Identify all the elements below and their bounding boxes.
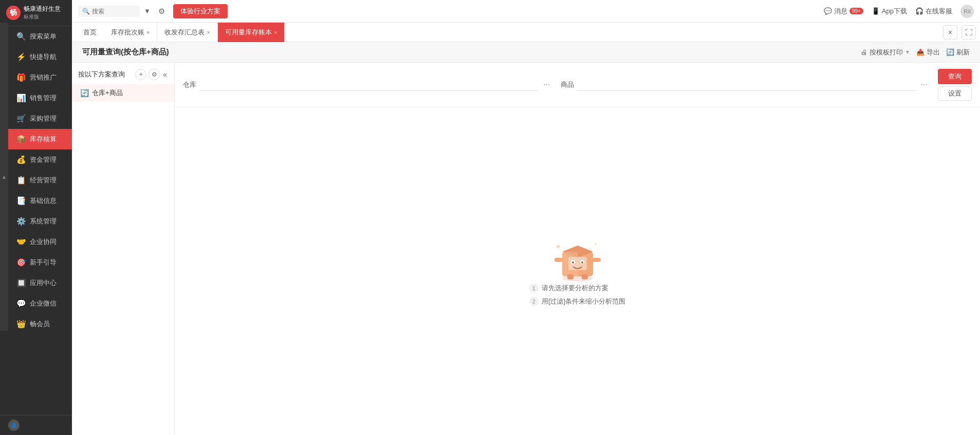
basic-icon: 📑 (16, 196, 26, 205)
dropdown-arrow-icon[interactable]: ▼ (144, 7, 151, 15)
sidebar-item-label: 库存核算 (30, 135, 57, 144)
phone-icon: 📱 (872, 7, 880, 15)
tab-storage-summary[interactable]: 收发存汇总表 × (157, 23, 217, 42)
empty-illustration (552, 236, 603, 277)
sidebar-item-purchase[interactable]: 🛒 采购管理 (8, 108, 72, 129)
sidebar-bottom-user[interactable]: 👤 (0, 415, 72, 435)
sidebar-item-label: 快捷导航 (30, 52, 57, 62)
settings-scheme-icon: ⚙ (152, 71, 157, 78)
svg-point-8 (581, 261, 583, 263)
left-panel-actions: + ⚙ « (135, 69, 168, 80)
page-actions: 🖨 按模板打印 ▼ 📤 导出 🔄 刷新 (861, 48, 970, 57)
message-button[interactable]: 💬 消息 99 (824, 7, 863, 16)
sidebar-item-appcenter[interactable]: 🔲 应用中心 (8, 273, 72, 293)
warehouse-more-icon[interactable]: ··· (541, 80, 552, 89)
svg-point-14 (595, 243, 597, 245)
right-panel: 仓库 ··· 商品 ··· 查询 设置 (175, 63, 980, 435)
sidebar-item-member[interactable]: 👑 畅会员 (8, 314, 72, 334)
tip-number-1: 1 (529, 283, 539, 293)
search-nav-icon: 🔍 (16, 32, 26, 41)
scheme-item-warehouse-product[interactable]: 🔄 仓库+商品 (72, 84, 174, 102)
left-panel: 按以下方案查询 + ⚙ « 🔄 仓库+商品 (72, 63, 175, 435)
add-scheme-button[interactable]: + (135, 69, 146, 80)
query-button[interactable]: 查询 (938, 69, 972, 84)
trial-industry-button[interactable]: 体验行业方案 (173, 4, 228, 18)
left-panel-title: 按以下方案查询 (78, 70, 125, 79)
close-tab-button[interactable]: × (943, 25, 957, 40)
product-more-icon[interactable]: ··· (919, 80, 930, 89)
sidebar-item-wechat[interactable]: 💬 企业微信 (8, 293, 72, 314)
sidebar-item-guide[interactable]: 🎯 新手引导 (8, 252, 72, 273)
tab-home[interactable]: 首页 (76, 28, 104, 37)
message-icon: 💬 (824, 7, 832, 15)
warehouse-filter-group: 仓库 ··· (183, 79, 552, 91)
export-button[interactable]: 📤 导出 (916, 48, 940, 57)
settings-gear-icon[interactable]: ⚙ (155, 4, 169, 18)
scheme-settings-button[interactable]: ⚙ (149, 69, 160, 80)
sidebar-item-shortcut[interactable]: ⚡ 快捷导航 (8, 47, 72, 67)
app-download-label: App下载 (882, 7, 907, 16)
member-icon: 👑 (16, 319, 26, 329)
expand-button[interactable]: ⛶ (961, 25, 976, 40)
collapse-icon: « (163, 70, 167, 79)
export-label: 导出 (927, 48, 940, 57)
sidebar-item-system[interactable]: ⚙️ 系统管理 (8, 211, 72, 232)
ops-icon: 📋 (16, 176, 26, 185)
shortcut-icon: ⚡ (16, 52, 26, 62)
finance-icon: 💰 (16, 155, 26, 164)
product-label: 商品 (561, 80, 574, 89)
purchase-icon: 🛒 (16, 114, 26, 123)
svg-rect-10 (593, 258, 601, 262)
sidebar-item-label: 新手引导 (30, 258, 57, 267)
sidebar-item-ops[interactable]: 📋 经营管理 (8, 170, 72, 191)
sidebar-item-search[interactable]: 🔍 搜索菜单 (8, 26, 72, 47)
topbar: 🔍 ▼ ⚙ 体验行业方案 💬 消息 99 📱 App下载 🎧 在线客服 Ri (72, 0, 980, 23)
page-title: 可用量查询(按仓库+商品) (82, 47, 169, 57)
app-version: 标准版 (24, 13, 61, 21)
sidebar-item-label: 采购管理 (30, 114, 57, 123)
sidebar-item-basic[interactable]: 📑 基础信息 (8, 191, 72, 211)
filter-action-buttons: 查询 设置 (938, 69, 972, 101)
topbar-search-box: 🔍 (78, 6, 140, 17)
sidebar-item-marketing[interactable]: 🎁 营销推广 (8, 67, 72, 88)
sidebar-item-label: 畅会员 (30, 319, 50, 329)
dropdown-print-icon[interactable]: ▼ (905, 49, 910, 55)
search-input[interactable] (92, 8, 133, 15)
refresh-button[interactable]: 🔄 刷新 (946, 48, 970, 57)
sidebar-item-label: 销售管理 (30, 93, 57, 103)
sidebar-item-inventory[interactable]: 📦 库存核算 (8, 129, 72, 149)
svg-point-13 (557, 245, 560, 248)
sidebar-item-sales[interactable]: 📊 销售管理 (8, 88, 72, 108)
product-filter-group: 商品 ··· (561, 79, 930, 91)
tab-batch-account[interactable]: 库存批次账 × (104, 23, 157, 42)
collapse-panel-button[interactable]: « (162, 69, 168, 80)
empty-svg-illustration (552, 236, 603, 282)
tabbar-end-buttons: × ⛶ (943, 25, 976, 40)
sidebar-menu: 🔍 搜索菜单 ⚡ 快捷导航 🎁 营销推广 📊 销售管理 🛒 采购管理 📦 库存核… (0, 26, 72, 415)
tab-close-available[interactable]: × (274, 29, 277, 35)
sidebar-item-enterprise[interactable]: 🤝 企业协同 (8, 232, 72, 252)
app-name: 畅康通好生意 (24, 5, 61, 13)
scheme-icon: 🔄 (80, 89, 89, 97)
refresh-label: 刷新 (956, 48, 970, 57)
refresh-icon: 🔄 (946, 48, 954, 56)
sidebar-item-finance[interactable]: 💰 资金管理 (8, 149, 72, 170)
add-icon: + (139, 71, 143, 78)
filter-settings-button[interactable]: 设置 (938, 86, 972, 101)
scheme-label: 仓库+商品 (92, 88, 123, 98)
online-service-button[interactable]: 🎧 在线客服 (915, 7, 952, 16)
message-badge: 99 (849, 8, 863, 14)
sidebar-logo: 畅 畅康通好生意 标准版 (0, 0, 72, 26)
sidebar-scroll-up[interactable]: ▲ (2, 174, 7, 180)
user-profile-button[interactable]: Rit (960, 5, 974, 18)
tab-close-batch[interactable]: × (146, 29, 150, 35)
print-template-button[interactable]: 🖨 按模板打印 ▼ (861, 48, 910, 57)
product-input[interactable] (577, 79, 916, 91)
app-download-button[interactable]: 📱 App下载 (872, 7, 907, 16)
tab-close-storage[interactable]: × (207, 29, 210, 35)
topbar-right-actions: 💬 消息 99 📱 App下载 🎧 在线客服 Rit (824, 5, 974, 18)
wechat-icon: 💬 (16, 299, 26, 308)
warehouse-input[interactable] (199, 79, 538, 91)
tab-available-ledger[interactable]: 可用量库存账本 × (218, 23, 285, 42)
left-panel-header: 按以下方案查询 + ⚙ « (72, 69, 174, 84)
